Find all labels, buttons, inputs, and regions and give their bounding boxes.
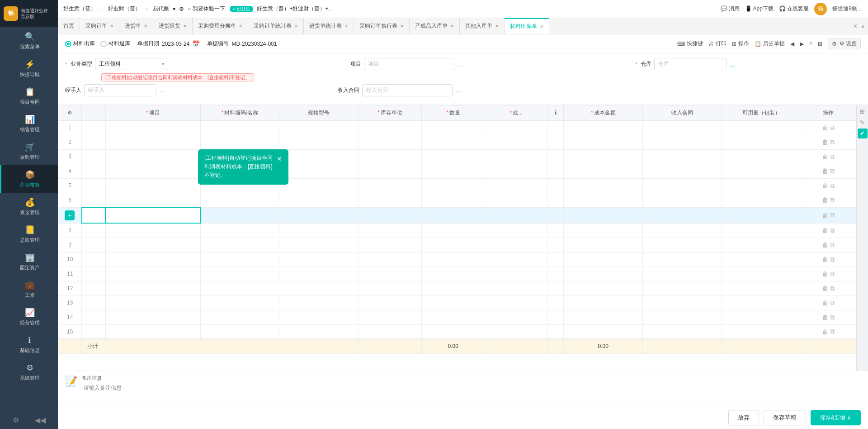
sidebar-item-basic[interactable]: ℹ 基础信息 xyxy=(0,331,58,358)
tab-purchase-stats[interactable]: 采购订单统计表 ✕ xyxy=(248,18,304,34)
prev-record-icon[interactable]: ◀ xyxy=(790,41,794,47)
topbar-message-button[interactable]: 💬 消息 xyxy=(721,5,740,13)
view-grid-icon[interactable]: ⊞ xyxy=(818,41,822,47)
delete-row-6-icon[interactable]: 🗑 xyxy=(822,196,828,204)
delete-row-15-icon[interactable]: 🗑 xyxy=(822,328,828,335)
copy-row-3-icon[interactable]: ⧉ xyxy=(830,153,835,161)
topbar-dropdown-arrow[interactable]: ▾ xyxy=(173,6,175,12)
user-name-label[interactable]: 畅捷通8账… xyxy=(832,5,863,13)
handler-input[interactable]: 经手人 xyxy=(84,84,156,96)
tab-close-purchase-stats[interactable]: ✕ xyxy=(294,24,298,29)
tab-close-purchase-order[interactable]: ✕ xyxy=(110,24,113,29)
warehouse-more-button[interactable]: … xyxy=(729,61,736,68)
right-panel-active-icon[interactable]: ✔ xyxy=(858,129,868,138)
tab-close-other-inbound[interactable]: ✕ xyxy=(495,24,499,29)
tooltip-close-button[interactable]: ✕ xyxy=(277,154,282,164)
col-settings[interactable]: ⚙ xyxy=(58,105,82,120)
topbar-link-agency[interactable]: 易代账 xyxy=(153,5,169,13)
calendar-icon[interactable]: 📅 xyxy=(192,40,200,48)
delete-row-2-icon[interactable]: 🗑 xyxy=(822,138,828,146)
tab-close-purchase-expense[interactable]: ✕ xyxy=(239,24,242,29)
topbar-link-good-finance[interactable]: 好业财（普） xyxy=(108,5,141,13)
sidebar-item-system[interactable]: ⚙ 系统管理 xyxy=(0,358,58,386)
view-list-icon[interactable]: ≡ xyxy=(809,41,812,47)
tab-close-product-inbound[interactable]: ✕ xyxy=(450,24,454,29)
warehouse-input[interactable]: 仓库 xyxy=(654,58,726,70)
handler-more-button[interactable]: … xyxy=(159,86,165,94)
tab-other-inbound[interactable]: 其他入库单 ✕ xyxy=(460,18,505,34)
collapse-sidebar-button[interactable]: ◀◀ xyxy=(35,416,46,424)
tab-close-all-icon[interactable]: ✕ xyxy=(853,23,858,29)
copy-row-15-icon[interactable]: ⧉ xyxy=(830,328,835,335)
tab-menu-icon[interactable]: ≡ xyxy=(861,23,864,29)
sidebar-item-operations[interactable]: 📈 经营管理 xyxy=(0,303,58,331)
copy-row-5-icon[interactable]: ⧉ xyxy=(830,182,835,190)
operate-button[interactable]: ⊞ 操作 xyxy=(732,40,749,48)
print-button[interactable]: 🖨 打印 xyxy=(708,40,726,48)
tab-goods-receipt[interactable]: 进货单 ✕ xyxy=(119,18,153,34)
sidebar-item-shortcut[interactable]: ⚡ 快捷导航 xyxy=(0,55,58,82)
tab-close-goods-return[interactable]: ✕ xyxy=(183,24,187,29)
radio-material-return[interactable]: 材料退库 xyxy=(100,40,130,48)
copy-add-row-icon[interactable]: ⧉ xyxy=(830,211,835,219)
tab-home[interactable]: 首页 xyxy=(58,18,80,34)
sidebar-item-finance[interactable]: 💰 资金管理 xyxy=(0,193,58,220)
sidebar-item-assets[interactable]: 🏢 固定资产 xyxy=(0,248,58,276)
copy-row-2-icon[interactable]: ⧉ xyxy=(830,138,835,146)
sidebar-item-ledger[interactable]: 📒 总账管理 xyxy=(0,220,58,248)
project-input[interactable]: 项目 xyxy=(364,58,454,70)
delete-row-3-icon[interactable]: 🗑 xyxy=(822,153,828,160)
tab-close-goods-receipt[interactable]: ✕ xyxy=(144,24,147,29)
tab-goods-stats[interactable]: 进货单统计表 ✕ xyxy=(304,18,354,34)
topbar-more-items[interactable]: 好生意（普）+好业财（普）+… xyxy=(257,5,334,13)
sidebar-item-sales[interactable]: 📊 销售管理 xyxy=(0,110,58,138)
delete-row-14-icon[interactable]: 🗑 xyxy=(822,314,828,321)
income-contract-more-button[interactable]: … xyxy=(455,86,462,94)
save-draft-button[interactable]: 保存草稿 xyxy=(764,410,806,425)
user-avatar[interactable]: 畅 xyxy=(814,3,827,15)
delete-row-8-icon[interactable]: 🗑 xyxy=(822,227,828,234)
shortcut-key-button[interactable]: ⌨ 快捷键 xyxy=(677,40,703,48)
notes-textarea[interactable] xyxy=(82,382,156,399)
settings-bottom-icon[interactable]: ⚙ xyxy=(13,416,19,424)
copy-row-4-icon[interactable]: ⧉ xyxy=(830,167,835,175)
copy-row-13-icon[interactable]: ⧉ xyxy=(830,299,835,307)
tab-goods-return[interactable]: 进货退货 ✕ xyxy=(153,18,193,34)
copy-row-1-icon[interactable]: ⧉ xyxy=(830,124,835,132)
tab-material-outbound[interactable]: 材料出库单 ✕ xyxy=(505,18,549,34)
add-row-button[interactable]: + xyxy=(65,210,75,220)
right-panel-pencil-icon[interactable]: ✎ xyxy=(858,118,868,128)
radio-material-out[interactable]: 材料出库 xyxy=(65,40,95,48)
topbar-settings-icon[interactable]: ⚙ xyxy=(179,6,184,12)
sidebar-item-inventory[interactable]: 📦 库存核算 xyxy=(0,165,58,193)
doc-no-value[interactable]: MD-20230324-001 xyxy=(231,41,277,47)
sidebar-item-payroll[interactable]: 💼 工资 xyxy=(0,276,58,303)
delete-row-9-icon[interactable]: 🗑 xyxy=(822,241,828,248)
delete-row-12-icon[interactable]: 🗑 xyxy=(822,285,828,292)
copy-row-9-icon[interactable]: ⧉ xyxy=(830,241,835,249)
add-row[interactable]: + 🗑⧉ xyxy=(58,207,856,223)
tab-close-material-outbound[interactable]: ✕ xyxy=(540,24,543,29)
topbar-service-button[interactable]: 🎧 在线客服 xyxy=(779,5,809,13)
biz-type-select[interactable]: 工程领料 xyxy=(95,58,167,70)
tab-purchase-expense[interactable]: 采购费用分摊单 ✕ xyxy=(193,18,248,34)
delete-add-row-icon[interactable]: 🗑 xyxy=(822,212,828,219)
save-new-button[interactable]: 保存&新增 ∧ xyxy=(811,410,861,425)
right-panel-icon-1[interactable]: ⊞ xyxy=(858,107,868,117)
tab-purchase-order[interactable]: 采购订单 ✕ xyxy=(80,18,119,34)
copy-row-8-icon[interactable]: ⧉ xyxy=(830,227,835,234)
copy-row-11-icon[interactable]: ⧉ xyxy=(830,270,835,278)
copy-row-10-icon[interactable]: ⧉ xyxy=(830,256,835,263)
settings-button[interactable]: ⚙ ⚙ 设置 xyxy=(828,38,861,49)
topbar-link-good-business[interactable]: 好生意（普） xyxy=(63,5,96,13)
tab-product-inbound[interactable]: 产成品入库单 ✕ xyxy=(410,18,460,34)
tab-purchase-exec[interactable]: 采购订单执行表 ✕ xyxy=(354,18,410,34)
delete-row-10-icon[interactable]: 🗑 xyxy=(822,256,828,263)
copy-row-6-icon[interactable]: ⧉ xyxy=(830,196,835,204)
discard-button[interactable]: 放弃 xyxy=(728,410,759,425)
copy-row-12-icon[interactable]: ⧉ xyxy=(830,285,835,292)
copy-row-14-icon[interactable]: ⧉ xyxy=(830,314,835,321)
sidebar-item-project[interactable]: 📋 项目合同 xyxy=(0,82,58,110)
income-contract-input[interactable]: 收入合同 xyxy=(362,84,453,96)
next-record-icon[interactable]: ▶ xyxy=(800,41,804,47)
